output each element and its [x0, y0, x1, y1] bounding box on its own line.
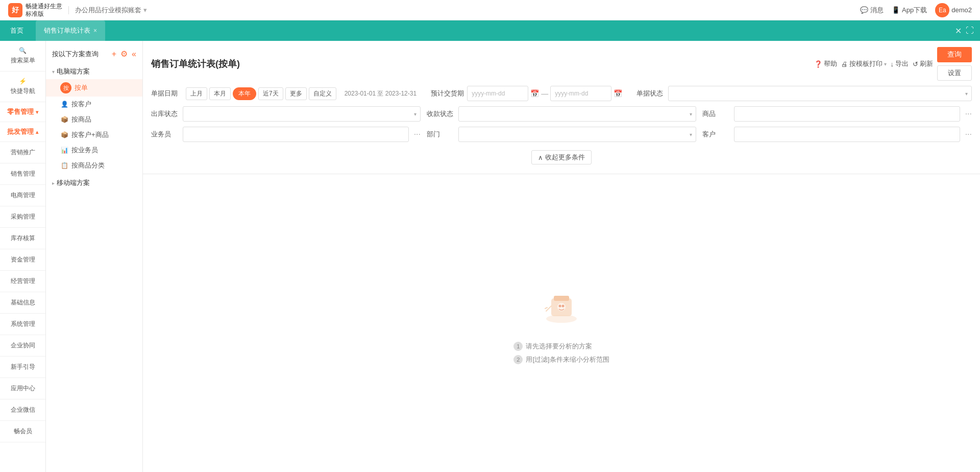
settings-button[interactable]: 设置 — [937, 65, 972, 81]
tree-child-by-salesperson[interactable]: 📊 按业务员 — [46, 143, 142, 158]
date-btn-more[interactable]: 更多 — [285, 87, 307, 100]
department-select[interactable] — [458, 127, 696, 142]
calendar-icon: 📅 — [530, 89, 539, 98]
collapse-icon: ∧ — [538, 154, 543, 161]
query-button[interactable]: 查询 — [937, 47, 972, 62]
payment-status-select-wrapper: ▾ — [458, 106, 696, 122]
right-panel: 销售订单统计表(按单) ❓ 帮助 🖨 按模板打印 ▾ ↓ — [143, 41, 980, 472]
sidebar-item-retail[interactable]: 零售管理 ▾ — [0, 102, 45, 122]
minimize-button[interactable]: ✕ — [955, 26, 962, 36]
payment-status-cell: 收款状态 ▾ — [427, 106, 696, 122]
goods-cell: 商品 ··· — [702, 106, 972, 122]
scheme-settings-button[interactable]: ⚙ — [120, 49, 128, 59]
delivery-date-to[interactable] — [550, 86, 611, 101]
tab-bar: 首页 销售订单统计表 × ✕ ⛶ — [0, 20, 980, 41]
customer-input[interactable] — [734, 127, 960, 142]
export-button[interactable]: ↓ 导出 — [891, 59, 909, 68]
tip-row-2: 2 用[过滤]条件来缩小分析范围 — [513, 353, 609, 366]
expand-button[interactable]: ⛶ — [966, 26, 974, 35]
payment-status-select[interactable] — [458, 106, 696, 122]
main-layout: 🔍 搜索菜单 ⚡ 快捷导航 零售管理 ▾ 批发管理 ▴ 营销推广 销售管理 电商… — [0, 41, 980, 472]
print-chevron-down-icon: ▾ — [884, 61, 887, 67]
refresh-button[interactable]: ↺ 刷新 — [913, 59, 933, 68]
sidebar-item-sales[interactable]: 销售管理 — [0, 163, 45, 185]
empty-illustration — [536, 280, 587, 332]
delivery-status-select[interactable] — [183, 106, 421, 122]
add-scheme-button[interactable]: + — [112, 49, 116, 59]
template-print-button[interactable]: 🖨 按模板打印 ▾ — [841, 59, 887, 68]
sidebar-item-system[interactable]: 系统管理 — [0, 314, 45, 335]
tree-child-by-customer[interactable]: 👤 按客户 — [46, 97, 142, 112]
date-btn-custom[interactable]: 自定义 — [309, 87, 336, 100]
tree-child-by-goods[interactable]: 📦 按商品 — [46, 112, 142, 127]
empty-state: 1 请先选择要分析的方案 2 用[过滤]条件来缩小分析范围 — [143, 174, 980, 472]
svg-line-7 — [545, 308, 547, 309]
logo-text: 畅捷通好生意 标准版 — [26, 3, 62, 17]
sidebar-item-marketing[interactable]: 营销推广 — [0, 142, 45, 163]
date-btn-last-month[interactable]: 上月 — [186, 87, 207, 100]
goods-input[interactable] — [734, 106, 960, 122]
sidebar-item-search-menu[interactable]: 🔍 搜索菜单 — [0, 41, 45, 72]
logo-area: 好 畅捷通好生意 标准版 — [8, 3, 62, 17]
tree-parent-mobile[interactable]: ▸ 移动端方案 — [46, 175, 142, 191]
sidebar-item-wholesale[interactable]: 批发管理 ▴ — [0, 122, 45, 142]
sidebar-item-ecommerce[interactable]: 电商管理 — [0, 185, 45, 206]
salesperson-more-icon[interactable]: ··· — [414, 130, 421, 139]
sidebar-item-guide[interactable]: 新手引导 — [0, 357, 45, 378]
tab-close-icon[interactable]: × — [93, 27, 97, 34]
sidebar-item-inventory[interactable]: 库存核算 — [0, 228, 45, 249]
sidebar-item-operation[interactable]: 经营管理 — [0, 271, 45, 292]
expected-delivery-field: 预计交货期 📅 — 📅 — [431, 86, 622, 101]
customer-more-icon[interactable]: ··· — [965, 130, 972, 139]
date-range-inputs: 📅 — 📅 — [467, 86, 622, 101]
tab-home[interactable]: 首页 — [0, 20, 34, 41]
divider — [68, 6, 69, 14]
sidebar-item-appstore[interactable]: 应用中心 — [0, 378, 45, 399]
user-area[interactable]: Ea demo2 — [935, 3, 972, 17]
tree-parent-pc[interactable]: ▾ 电脑端方案 — [46, 64, 142, 79]
message-icon: 💬 — [860, 6, 868, 14]
category-icon: 📋 — [60, 161, 68, 170]
goods-more-icon[interactable]: ··· — [965, 109, 972, 119]
salesperson-input[interactable] — [183, 127, 409, 142]
sidebar-item-purchase[interactable]: 采购管理 — [0, 206, 45, 228]
collapse-button[interactable]: ∧ 收起更多条件 — [531, 150, 592, 164]
salesperson-cell: 业务员 ··· — [151, 127, 421, 142]
sidebar-item-cooperation[interactable]: 企业协同 — [0, 335, 45, 357]
chevron-down-icon[interactable]: ▾ — [143, 6, 147, 14]
app-download-button[interactable]: 📱 App下载 — [892, 6, 927, 15]
panel-header: 按以下方案查询 + ⚙ « — [46, 46, 142, 62]
message-button[interactable]: 💬 消息 — [860, 6, 884, 15]
tip-num-2: 2 — [513, 355, 523, 364]
tab-current[interactable]: 销售订单统计表 × — [36, 20, 105, 41]
customer-goods-icon: 📦 — [60, 131, 68, 139]
collapse-panel-button[interactable]: « — [132, 49, 136, 59]
sidebar-item-finance[interactable]: 资金管理 — [0, 249, 45, 271]
filter-toolbar: 销售订单统计表(按单) ❓ 帮助 🖨 按模板打印 ▾ ↓ — [151, 47, 972, 81]
sidebar-item-wechat[interactable]: 企业微信 — [0, 399, 45, 421]
salesperson-icon: 📊 — [60, 146, 68, 154]
svg-rect-2 — [554, 296, 569, 301]
delivery-date-from[interactable] — [467, 86, 528, 101]
date-btn-this-month[interactable]: 本月 — [209, 87, 231, 100]
tree-child-by-customer-goods[interactable]: 📦 按客户+商品 — [46, 127, 142, 143]
date-options: 上月 本月 本年 近7天 更多 自定义 — [186, 87, 336, 100]
sidebar-item-member[interactable]: 畅会员 — [0, 421, 45, 442]
date-btn-this-year[interactable]: 本年 — [233, 87, 256, 100]
sidebar-item-quick-nav[interactable]: ⚡ 快捷导航 — [0, 72, 45, 102]
action-buttons: 查询 设置 — [937, 47, 972, 81]
breadcrumb: 办公用品行业模拟账套 ▾ — [75, 6, 147, 15]
sidebar-item-basic[interactable]: 基础信息 — [0, 292, 45, 314]
content-area: 按以下方案查询 + ⚙ « ▾ 电脑端方案 按 按单 👤 — [46, 41, 980, 472]
svg-point-5 — [562, 304, 565, 307]
doc-status-select[interactable] — [668, 86, 972, 101]
chevron-down-icon: ▾ — [36, 109, 38, 115]
help-button[interactable]: ❓ 帮助 — [814, 59, 837, 68]
tree-child-by-category[interactable]: 📋 按商品分类 — [46, 158, 142, 173]
tree-child-by-order[interactable]: 按 按单 — [46, 79, 142, 97]
doc-status-select-wrapper: ▾ — [668, 86, 972, 101]
sidebar: 🔍 搜索菜单 ⚡ 快捷导航 零售管理 ▾ 批发管理 ▴ 营销推广 销售管理 电商… — [0, 41, 46, 472]
logo-icon: 好 — [8, 3, 22, 17]
date-btn-last7days[interactable]: 近7天 — [258, 87, 283, 100]
calendar-icon2: 📅 — [614, 89, 622, 98]
